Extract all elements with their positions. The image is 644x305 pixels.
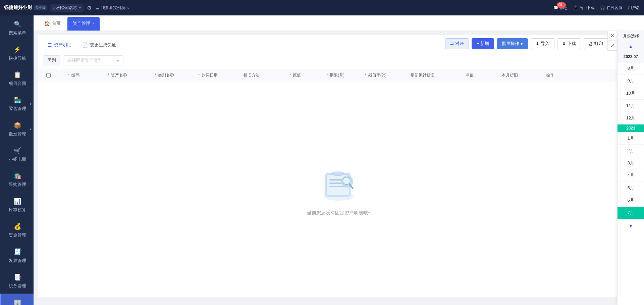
add-button[interactable]: + 新增 (472, 38, 494, 49)
sidebar-item-ecommerce[interactable]: 🛒 小畅电商 (0, 142, 34, 167)
user-info[interactable]: 用户名 (628, 5, 640, 11)
headset-icon: 🎧 (600, 5, 605, 10)
residual-rate-required-mark: * (365, 73, 367, 78)
tab-asset-management[interactable]: 资产管理 × (67, 17, 100, 31)
sidebar-item-project[interactable]: 📋 项目合同 (0, 66, 34, 91)
reconcile-label: 对账 (455, 41, 464, 47)
month-item-10[interactable]: 10月 (618, 87, 644, 100)
th-asset-name: * 资产名称 (94, 69, 141, 82)
online-service-button[interactable]: 🎧 在线客服 (600, 5, 623, 11)
sidebar-item-tax[interactable]: 📑 税务管理 (0, 268, 34, 294)
sub-tab-change-voucher[interactable]: 📄 变更生成凭证 (77, 39, 121, 51)
ecommerce-icon: 🛒 (14, 147, 21, 155)
category-label: 类别 (43, 55, 60, 65)
th-operation-label: 操作 (546, 73, 554, 78)
tab-home[interactable]: 🏠 首页 (39, 17, 66, 31)
month-picker-nav-up[interactable]: ▲ (626, 43, 636, 50)
print-icon: 🖨 (589, 41, 593, 46)
sidebar-item-purchase[interactable]: 🛍️ 采购管理 (0, 167, 34, 192)
import-label: 导入 (541, 41, 549, 47)
sub-tabs: ☰ 资产明细 📄 变更生成凭证 ⇄ 对账 + 新增 (38, 35, 640, 52)
settings-icon[interactable]: ⚙ (87, 5, 92, 11)
year-badge-2023: 2023 (618, 124, 644, 132)
sidebar-label-invoice: 发票管理 (9, 258, 26, 264)
category-placeholder: 选择固定资产类别 (67, 57, 102, 63)
tab-asset-label: 资产管理 (73, 20, 90, 27)
month-item-7[interactable]: 7月 (618, 207, 644, 219)
month-item-12[interactable]: 12月 (618, 112, 644, 124)
sidebar-item-quick-nav[interactable]: ⚡ 快捷导航 (0, 41, 34, 66)
finance-icon: 💰 (14, 222, 21, 231)
month-item-6[interactable]: 6月 (618, 194, 644, 207)
reconcile-button[interactable]: ⇄ 对账 (445, 38, 469, 49)
month-picker-nav-down[interactable]: ▾ (629, 222, 632, 230)
th-original-value: * 原值 (275, 69, 315, 82)
sidebar-item-fixed-assets[interactable]: 🏢 固定资产 (0, 294, 34, 305)
th-residual-rate: * 残值率(%) (356, 69, 396, 82)
th-current-depreciation: 本月折旧 (490, 69, 530, 82)
asset-name-required-mark: * (108, 73, 109, 78)
voucher-icon: 📄 (82, 42, 88, 48)
search-icon: 🔍 (14, 20, 21, 29)
list-icon: ☰ (48, 42, 52, 48)
svg-point-12 (331, 171, 344, 175)
table-header: * 编码 * 资产名称 * 类别名称 * 购买日期 (38, 69, 640, 82)
sidebar-item-search[interactable]: 🔍 搜索菜单 (0, 15, 34, 41)
month-item-3[interactable]: 3月 (618, 157, 644, 169)
sub-tab-asset-detail[interactable]: ☰ 资产明细 (43, 39, 76, 51)
month-item-current-year[interactable]: 2022.07 (618, 51, 644, 62)
th-net-value: 净值 (449, 69, 490, 82)
mobile-icon: 📱 (573, 5, 578, 10)
sidebar-label-quick-nav: 快捷导航 (9, 55, 26, 61)
month-item-11[interactable]: 11月 (618, 100, 644, 112)
month-item-8[interactable]: 8月 (618, 62, 644, 75)
app-download-button[interactable]: 📱 App下载 (573, 5, 595, 11)
tab-bar: 🏠 首页 资产管理 × (34, 15, 644, 31)
top-bar-right: 💬 消息 99+ 📱 App下载 🎧 在线客服 用户名 (553, 5, 640, 11)
sidebar-item-retail[interactable]: 🏪 零售管理 (0, 91, 34, 116)
period-months-required-mark: * (326, 73, 328, 78)
company-name: 示例公司名称 (53, 5, 77, 11)
select-all-checkbox[interactable] (46, 73, 51, 78)
demo-label: 我要看实例演示 (101, 5, 129, 11)
messages-button[interactable]: 💬 消息 99+ (553, 5, 568, 11)
sidebar-label-retail: 零售管理 (9, 106, 26, 112)
month-picker-footer: ▾ (618, 219, 644, 232)
import-icon: ⬇ (536, 41, 539, 46)
month-item-9[interactable]: 9月 (618, 75, 644, 87)
category-select[interactable]: 选择固定资产类别 ▾ (63, 55, 123, 65)
top-bar: 畅捷通好业财 专业版 示例公司名称 ▾ ⚙ ☁ 我要看实例演示 💬 消息 99+… (0, 0, 644, 15)
asset-panel: ☰ 资产明细 📄 变更生成凭证 ⇄ 对账 + 新增 (38, 35, 640, 301)
download-button[interactable]: ⬇ 下载 (557, 38, 581, 49)
month-item-2[interactable]: 2月 (618, 145, 644, 157)
side-panel-controls: ✕ ⤢ (607, 31, 617, 51)
reconcile-icon: ⇄ (450, 41, 454, 46)
sidebar-item-invoice[interactable]: 🧾 发票管理 (0, 243, 34, 268)
th-current-depreciation-label: 本月折旧 (502, 73, 518, 78)
tax-icon: 📑 (14, 273, 21, 282)
sidebar-item-inventory[interactable]: 📊 库存核算 (0, 193, 34, 218)
bottom-scrollbar[interactable] (38, 297, 640, 301)
expand-panel-button[interactable]: ⤢ (608, 41, 617, 50)
close-panel-button[interactable]: ✕ (608, 31, 617, 41)
sidebar-label-purchase: 采购管理 (9, 182, 26, 188)
month-item-1[interactable]: 1月 (618, 132, 644, 145)
sidebar-item-finance[interactable]: 💰 资金管理 (0, 218, 34, 243)
sidebar-item-wholesale[interactable]: 📦 批发管理 (0, 117, 34, 142)
month-item-5[interactable]: 5月 (618, 182, 644, 194)
batch-button[interactable]: 批量操作 ▾ (497, 38, 528, 49)
demo-button[interactable]: ☁ 我要看实例演示 (95, 5, 129, 11)
import-button[interactable]: ⬇ 导入 (531, 38, 554, 49)
month-item-4[interactable]: 4月 (618, 169, 644, 182)
category-required-mark: * (155, 73, 156, 78)
company-selector[interactable]: 示例公司名称 ▾ (50, 4, 84, 12)
tab-close-icon[interactable]: × (92, 21, 94, 26)
batch-arrow-icon: ▾ (521, 41, 523, 46)
print-button[interactable]: 🖨 打印 (584, 38, 608, 49)
th-depreciation-method: 折旧方法 (228, 69, 275, 82)
sidebar-label-search: 搜索菜单 (9, 30, 26, 36)
th-code-label: 编码 (71, 73, 79, 78)
app-download-label: App下载 (580, 5, 595, 11)
header-checkbox[interactable] (43, 73, 54, 78)
th-period-accumulated: 期初累计折旧 (396, 69, 449, 82)
